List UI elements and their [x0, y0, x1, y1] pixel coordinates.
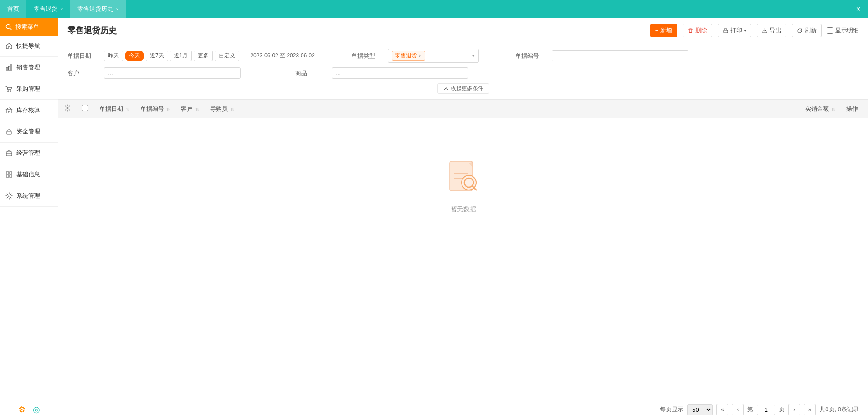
- svg-rect-15: [10, 175, 12, 177]
- prev-page-button[interactable]: ‹: [732, 404, 744, 415]
- select-all-checkbox[interactable]: [82, 105, 88, 111]
- col-customer-sort[interactable]: ⇅: [195, 107, 199, 112]
- date-buttons: 昨天 今天 近7天 近1月 更多 自定义: [104, 51, 239, 61]
- window-close-button[interactable]: ×: [856, 5, 861, 14]
- per-page-select[interactable]: 20 50 100 200: [687, 404, 713, 415]
- tab-retail-return-history-close[interactable]: ×: [116, 6, 118, 12]
- tab-retail-return[interactable]: 零售退货 ×: [26, 0, 70, 18]
- sidebar-item-sales[interactable]: 销售管理: [0, 57, 58, 78]
- next-page-button[interactable]: ›: [788, 404, 800, 415]
- prev-page-icon: ‹: [737, 406, 739, 413]
- toolbar: + 新增 删除 打印 ▾: [650, 24, 859, 37]
- date-btn-yesterday[interactable]: 昨天: [104, 51, 123, 61]
- col-checkbox[interactable]: [77, 100, 94, 118]
- new-button[interactable]: + 新增: [650, 24, 677, 37]
- doc-no-input[interactable]: [552, 50, 688, 61]
- last-page-button[interactable]: »: [804, 404, 816, 415]
- tab-retail-return-close[interactable]: ×: [60, 6, 63, 12]
- show-detail-check[interactable]: 显示明细: [827, 26, 859, 35]
- type-tag: 零售退货 ×: [392, 51, 425, 61]
- grid-icon: [5, 171, 13, 178]
- date-btn-today[interactable]: 今天: [125, 51, 144, 61]
- home-icon: [5, 42, 13, 50]
- page-number-input[interactable]: [757, 405, 775, 415]
- sidebar-item-operations-label: 经营管理: [16, 149, 40, 157]
- filter-row-2: 客户 ... 商品 ...: [67, 67, 859, 79]
- sidebar-item-quick-nav[interactable]: 快捷导航: [0, 36, 58, 57]
- table-header-row: 单据日期 ⇅ 单据编号 ⇅ 客户 ⇅ 导购员 ⇅: [58, 100, 868, 118]
- sidebar-item-operations[interactable]: 经营管理: [0, 143, 58, 164]
- first-page-button[interactable]: «: [716, 404, 728, 415]
- col-doc-no: 单据编号 ⇅: [135, 100, 176, 118]
- svg-point-6: [10, 91, 11, 92]
- customer-placeholder: ...: [108, 70, 113, 77]
- show-detail-checkbox[interactable]: [827, 27, 833, 34]
- svg-point-5: [8, 91, 9, 92]
- print-button[interactable]: 打印 ▾: [718, 24, 751, 37]
- col-amount: 实销金额 ⇅: [795, 100, 841, 118]
- gear-icon[interactable]: ⚙: [18, 405, 26, 415]
- col-amount-sort[interactable]: ⇅: [832, 107, 835, 112]
- show-detail-label: 显示明细: [835, 26, 859, 35]
- col-customer: 客户 ⇅: [175, 100, 205, 118]
- audio-icon[interactable]: ◎: [33, 405, 40, 415]
- collapse-icon: [443, 86, 449, 92]
- col-guide-label: 导购员: [210, 105, 228, 112]
- empty-text: 暂无数据: [451, 205, 476, 214]
- collapse-button[interactable]: 收起更多条件: [437, 83, 489, 94]
- sidebar: 搜索菜单 快捷导航 销售管理 采购管理: [0, 18, 58, 420]
- col-guide: 导购员 ⇅: [205, 100, 240, 118]
- svg-rect-2: [6, 67, 8, 70]
- sidebar-item-purchase[interactable]: 采购管理: [0, 78, 58, 100]
- sidebar-item-inventory[interactable]: 库存核算: [0, 100, 58, 121]
- page-label: 第: [747, 405, 753, 414]
- tab-retail-return-history[interactable]: 零售退货历史 ×: [70, 0, 126, 18]
- chart-icon: [5, 64, 13, 71]
- sidebar-item-finance[interactable]: 资金管理: [0, 121, 58, 143]
- date-btn-more[interactable]: 更多: [194, 51, 213, 61]
- col-doc-no-sort[interactable]: ⇅: [166, 107, 170, 112]
- tab-home[interactable]: 首页: [0, 0, 26, 18]
- svg-rect-12: [6, 172, 9, 174]
- svg-point-16: [8, 195, 10, 197]
- page-title: 零售退货历史: [67, 25, 117, 36]
- svg-rect-13: [10, 172, 12, 174]
- refresh-button[interactable]: 刷新: [792, 24, 822, 37]
- export-button[interactable]: 导出: [757, 24, 786, 37]
- table-body: 暂无数据: [58, 118, 868, 251]
- type-select[interactable]: 零售退货 × ▾: [388, 49, 479, 63]
- top-bar: 首页 零售退货 × 零售退货历史 × ×: [0, 0, 868, 18]
- svg-rect-8: [8, 111, 10, 113]
- col-date-sort[interactable]: ⇅: [126, 107, 129, 112]
- collapse-row: 收起更多条件: [67, 83, 859, 94]
- empty-state-row: 暂无数据: [58, 118, 868, 251]
- type-tag-label: 零售退货: [395, 52, 417, 60]
- col-date-label: 单据日期: [99, 105, 123, 112]
- table-settings-icon[interactable]: [64, 104, 71, 112]
- type-filter-label: 单据类型: [351, 52, 379, 60]
- collapse-label: 收起更多条件: [451, 85, 483, 92]
- sidebar-item-finance-label: 资金管理: [16, 128, 40, 136]
- per-page-label: 每页显示: [660, 405, 683, 414]
- goods-select[interactable]: ...: [332, 67, 468, 79]
- sidebar-search[interactable]: 搜索菜单: [0, 18, 58, 36]
- date-btn-7days[interactable]: 近7天: [146, 51, 168, 61]
- empty-svg: [441, 154, 486, 200]
- sidebar-search-label: 搜索菜单: [15, 23, 39, 31]
- sidebar-item-basic-info[interactable]: 基础信息: [0, 164, 58, 185]
- refresh-icon: [797, 28, 803, 34]
- svg-rect-18: [724, 31, 727, 32]
- delete-button[interactable]: 删除: [683, 24, 712, 37]
- date-btn-1month[interactable]: 近1月: [170, 51, 192, 61]
- print-dropdown-icon: ▾: [744, 28, 746, 33]
- sidebar-bottom: ⚙ ◎: [0, 399, 58, 420]
- sidebar-item-system[interactable]: 系统管理: [0, 185, 58, 207]
- warehouse-icon: [5, 107, 13, 114]
- type-tag-close[interactable]: ×: [419, 53, 422, 59]
- col-guide-sort[interactable]: ⇅: [231, 107, 234, 112]
- date-btn-custom[interactable]: 自定义: [215, 51, 239, 61]
- main-layout: 搜索菜单 快捷导航 销售管理 采购管理: [0, 18, 868, 420]
- content-area: 零售退货历史 + 新增 删除 打印 ▾: [58, 18, 868, 420]
- customer-select[interactable]: ...: [104, 67, 241, 79]
- svg-rect-3: [9, 66, 10, 70]
